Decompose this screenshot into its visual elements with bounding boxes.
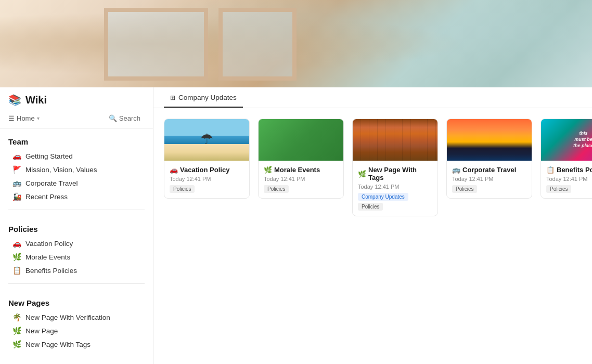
sidebar-item-label: Recent Press (25, 193, 68, 201)
new-pages-section-title: New Pages (8, 298, 145, 307)
card-tags-benefits: Policies (546, 185, 592, 193)
card-date-benefits: Today 12:41 PM (546, 176, 592, 182)
canyon-image (353, 119, 437, 161)
sidebar-item-getting-started[interactable]: 🚗 Getting Started (8, 149, 145, 163)
breadcrumb-list-icon: ☰ (8, 114, 15, 122)
card-image-green (259, 119, 343, 161)
card-title-text: Vacation Policy (180, 166, 229, 174)
beach-image (164, 119, 249, 161)
card-image-place: thismust bethe place (541, 119, 592, 161)
main-content: ⊞ Company Updates 🚗 Vacation Policy Toda… (153, 87, 592, 364)
policies-section-title: Policies (8, 225, 145, 233)
sidebar-item-label: Vacation Policy (25, 240, 73, 248)
card-body-travel: 🚌 Corporate Travel Today 12:41 PM Polici… (447, 161, 532, 198)
sidebar-item-label: Morale Events (25, 253, 70, 261)
wiki-icon: 📚 (8, 94, 21, 106)
card-title-text: Corporate Travel (462, 166, 516, 174)
card-tags-travel: Policies (452, 185, 526, 193)
place-text: thismust bethe place (571, 128, 592, 151)
car-icon-2: 🚗 (12, 239, 21, 248)
search-icon: 🔍 (109, 114, 117, 122)
card-corporate-travel[interactable]: 🚌 Corporate Travel Today 12:41 PM Polici… (446, 119, 532, 199)
clipboard-emoji: 📋 (546, 166, 555, 174)
herb-icon-2: 🌿 (12, 340, 21, 348)
tab-label: Company Updates (178, 94, 237, 101)
card-body-morale: 🌿 Morale Events Today 12:41 PM Policies (259, 161, 343, 198)
card-date-travel: Today 12:41 PM (452, 176, 526, 182)
train-icon: 🚂 (12, 192, 21, 201)
herb-emoji: 🌿 (358, 170, 366, 178)
window-decoration-2 (218, 8, 297, 81)
clipboard-icon: 📋 (12, 266, 21, 275)
card-image-sunset (447, 119, 532, 161)
sidebar-item-benefits-policies[interactable]: 📋 Benefits Policies (8, 264, 145, 277)
cards-grid: 🚗 Vacation Policy Today 12:41 PM Policie… (153, 108, 592, 227)
herb-icon: 🌿 (12, 327, 21, 335)
chevron-down-icon: ▾ (37, 115, 40, 121)
breadcrumb-bar: ☰ Home ▾ 🔍 Search (0, 110, 153, 129)
card-title-tags: 🌿 New Page With Tags (358, 166, 432, 181)
tag-policies: Policies (452, 185, 477, 193)
card-vacation-policy[interactable]: 🚗 Vacation Policy Today 12:41 PM Policie… (164, 119, 250, 199)
sidebar-item-mission[interactable]: 🚩 Mission, Vision, Values (8, 163, 145, 176)
sidebar-item-label: Mission, Vision, Values (25, 166, 97, 174)
card-title-text: New Page With Tags (368, 166, 432, 181)
car-icon: 🚗 (12, 152, 21, 160)
card-image-beach (164, 119, 249, 161)
team-section: Team 🚗 Getting Started 🚩 Mission, Vision… (0, 129, 153, 203)
sidebar-item-new-page-tags[interactable]: 🌿 New Page With Tags (8, 337, 145, 351)
tag-policies: Policies (170, 185, 195, 193)
card-title-travel: 🚌 Corporate Travel (452, 166, 526, 174)
card-new-page-tags[interactable]: 🌿 New Page With Tags Today 12:41 PM Comp… (352, 119, 438, 216)
leaf-icon: 🌿 (12, 253, 21, 261)
card-title-text: Morale Events (274, 166, 320, 174)
card-date-vacation: Today 12:41 PM (170, 176, 244, 182)
tag-policies: Policies (358, 203, 383, 211)
card-body-vacation: 🚗 Vacation Policy Today 12:41 PM Policie… (164, 161, 249, 198)
place-image: thismust bethe place (541, 119, 592, 161)
sidebar-item-label: New Page With Tags (25, 341, 91, 348)
hero-banner (0, 0, 592, 87)
sidebar-item-morale-events[interactable]: 🌿 Morale Events (8, 250, 145, 264)
bus-icon: 🚌 (12, 179, 21, 187)
card-image-canyon (353, 119, 437, 161)
divider-1 (8, 210, 145, 210)
window-decoration (104, 8, 208, 81)
sidebar-item-label: New Page (25, 327, 58, 335)
tabs-bar: ⊞ Company Updates (153, 87, 592, 108)
sidebar-item-recent-press[interactable]: 🚂 Recent Press (8, 190, 145, 203)
sidebar-item-vacation-policy[interactable]: 🚗 Vacation Policy (8, 237, 145, 250)
card-body-tags: 🌿 New Page With Tags Today 12:41 PM Comp… (353, 161, 437, 216)
card-date-morale: Today 12:41 PM (264, 176, 338, 182)
sidebar-item-corporate-travel[interactable]: 🚌 Corporate Travel (8, 176, 145, 190)
card-title-text: Benefits Policies (557, 166, 592, 174)
wiki-header: 📚 Wiki (0, 87, 153, 110)
sidebar-item-label: New Page With Verification (25, 314, 110, 321)
tag-policies: Policies (546, 185, 571, 193)
card-tags-morale: Policies (264, 185, 338, 193)
new-pages-section: New Pages 🌴 New Page With Verification 🌿… (0, 290, 153, 351)
sidebar-item-label: Benefits Policies (25, 267, 77, 275)
card-body-benefits: 📋 Benefits Policies Today 12:41 PM Polic… (541, 161, 592, 198)
card-date-tags: Today 12:41 PM (358, 184, 432, 190)
divider-2 (8, 283, 145, 284)
breadcrumb[interactable]: ☰ Home ▾ (8, 114, 40, 122)
tab-company-updates[interactable]: ⊞ Company Updates (164, 87, 243, 108)
sidebar-item-new-page-verification[interactable]: 🌴 New Page With Verification (8, 310, 145, 324)
card-tags-tags: Company Updates Policies (358, 193, 432, 211)
palm-icon: 🌴 (12, 313, 21, 321)
sidebar-item-label: Corporate Travel (25, 179, 78, 187)
search-button[interactable]: 🔍 Search (105, 112, 145, 124)
tag-company-updates: Company Updates (358, 193, 408, 201)
card-title-morale: 🌿 Morale Events (264, 166, 338, 174)
sidebar-item-new-page[interactable]: 🌿 New Page (8, 324, 145, 337)
car-emoji: 🚗 (170, 166, 178, 174)
card-title-benefits: 📋 Benefits Policies (546, 166, 592, 174)
card-title-vacation: 🚗 Vacation Policy (170, 166, 244, 174)
policies-section: Policies 🚗 Vacation Policy 🌿 Morale Even… (0, 216, 153, 277)
breadcrumb-label: Home (17, 114, 35, 122)
sunset-image (447, 119, 532, 161)
card-morale-events[interactable]: 🌿 Morale Events Today 12:41 PM Policies (258, 119, 344, 199)
card-benefits-policies[interactable]: thismust bethe place 📋 Benefits Policies… (540, 119, 592, 199)
team-section-title: Team (8, 137, 145, 146)
